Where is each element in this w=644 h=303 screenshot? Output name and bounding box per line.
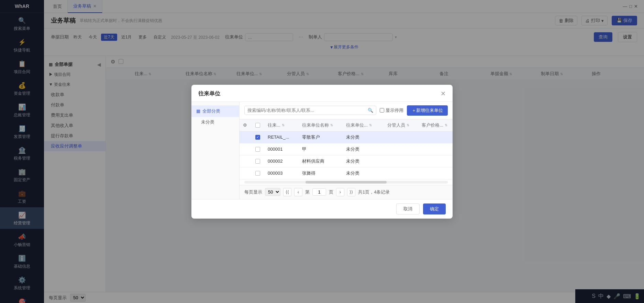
row3-price [418,155,453,167]
row1-price [418,131,453,143]
dialog-sidebar-uncategorized[interactable]: 未分类 [191,117,239,127]
row2-name: 甲 [299,143,343,155]
show-disabled-toggle: 显示停用 [380,107,403,114]
dialog-search-input[interactable] [245,106,365,115]
table-row[interactable]: 000001 甲 未分类 [240,143,453,155]
cancel-button[interactable]: 取消 [396,203,420,214]
row2-manager [384,143,418,155]
add-partner-button[interactable]: ＋新增往来单位 [407,105,448,116]
row1-manager [384,131,418,143]
row2-gear [240,143,252,155]
row4-checkbox-el[interactable] [255,171,260,176]
dialog-body: ▦ 全部分类 未分类 🔍 [191,102,453,199]
th-category: 往来单位... ⇅ [343,119,384,131]
row2-price [418,143,453,155]
th-name: 往来单位名称 ⇅ [299,119,343,131]
search-box: 🔍 [244,106,376,115]
th-manager: 分管人员 ⇅ [384,119,418,131]
per-page-label: 每页显示 [244,189,262,195]
row3-checkbox-el[interactable] [255,159,260,164]
table-row[interactable]: 000002 材料供应商 未分类 [240,155,453,167]
row3-category: 未分类 [343,155,384,167]
total-records: 共1页，4条记录 [358,189,390,195]
row4-code: 000003 [264,167,299,179]
row4-gear [240,167,252,179]
dialog-close-icon[interactable]: ✕ [441,91,446,97]
th-gear: ⚙ [240,119,252,131]
th-checkbox [252,119,264,131]
table-row[interactable]: ✓ RETAIL_... 零散客户 未分类 [240,131,453,143]
row3-manager [384,155,418,167]
row4-manager [384,167,418,179]
show-disabled-label: 显示停用 [386,107,403,114]
row1-checkbox[interactable]: ✓ [252,131,264,143]
next-page-button[interactable]: › [336,188,344,196]
page-label: 页 [329,189,333,195]
th-category-label: 往来单位... [346,122,368,128]
show-disabled-checkbox[interactable] [380,108,384,113]
category-grid-icon: ▦ [196,108,200,114]
row1-code: RETAIL_... [264,131,299,143]
th-price-sort[interactable]: ⇅ [445,123,447,127]
row2-code: 000001 [264,143,299,155]
th-code-label: 往来... [268,122,280,128]
dialog-sidebar: ▦ 全部分类 未分类 [191,102,240,199]
dialog-scrollbar[interactable] [244,181,448,184]
row3-name: 材料供应商 [299,155,343,167]
row1-category: 未分类 [343,131,384,143]
dialog-table-header: ⚙ 往来... ⇅ 往来单位名称 ⇅ [240,119,453,131]
row1-gear [240,131,252,143]
prev-page-button[interactable]: ‹ [294,188,302,196]
per-page-select[interactable]: 50 [265,188,280,196]
dialog-search-icon[interactable]: 🔍 [365,106,376,115]
row4-checkbox[interactable] [252,167,264,179]
row3-code: 000002 [264,155,299,167]
dialog-sidebar-all-category[interactable]: ▦ 全部分类 [191,105,239,117]
dialog-header: 往来单位 ✕ [191,85,453,102]
row2-category: 未分类 [343,143,384,155]
row3-checkbox[interactable] [252,155,264,167]
dialog-sidebar-uncat-label: 未分类 [201,119,214,125]
dialog-pagination: 每页显示 50 ⟨⟨ ‹ 第 页 › ⟩⟩ 共1页，4条记录 [240,185,453,199]
row1-checkbox-el[interactable]: ✓ [255,135,260,140]
scrollbar-thumb[interactable] [306,181,387,184]
row3-gear [240,155,252,167]
confirm-button[interactable]: 确定 [423,203,446,214]
dialog-actions: 取消 确定 [191,199,453,219]
table-row[interactable]: 000003 张旖得 未分类 [240,167,453,179]
dialog-sidebar-all-label: 全部分类 [202,108,220,114]
page-label-pre: 第 [305,189,310,195]
th-code: 往来... ⇅ [264,119,299,131]
th-gear-icon[interactable]: ⚙ [243,123,247,128]
th-select-all[interactable] [255,123,260,128]
dialog: 往来单位 ✕ ▦ 全部分类 未分类 [191,85,453,219]
th-manager-label: 分管人员 [387,122,405,128]
first-page-button[interactable]: ⟨⟨ [283,188,291,196]
page-number-input[interactable] [312,188,326,196]
th-cat-sort[interactable]: ⇅ [369,123,372,127]
last-page-button[interactable]: ⟩⟩ [347,188,355,196]
dialog-main: 🔍 显示停用 ＋新增往来单位 ⚙ [240,102,453,199]
row4-name: 张旖得 [299,167,343,179]
dialog-toolbar: 🔍 显示停用 ＋新增往来单位 [240,102,453,119]
modal-overlay[interactable]: 往来单位 ✕ ▦ 全部分类 未分类 [0,0,644,303]
dialog-table: ⚙ 往来... ⇅ 往来单位名称 ⇅ [240,119,453,179]
th-name-label: 往来单位名称 [302,122,329,128]
th-name-sort[interactable]: ⇅ [330,123,333,127]
th-price-label: 客户价格... [422,122,443,128]
row2-checkbox[interactable] [252,143,264,155]
dialog-title: 往来单位 [198,90,220,97]
th-price: 客户价格... ⇅ [418,119,453,131]
row2-checkbox-el[interactable] [255,147,260,152]
row4-price [418,167,453,179]
th-code-sort[interactable]: ⇅ [282,123,285,127]
row1-name: 零散客户 [299,131,343,143]
th-mgr-sort[interactable]: ⇅ [407,123,409,127]
row4-category: 未分类 [343,167,384,179]
